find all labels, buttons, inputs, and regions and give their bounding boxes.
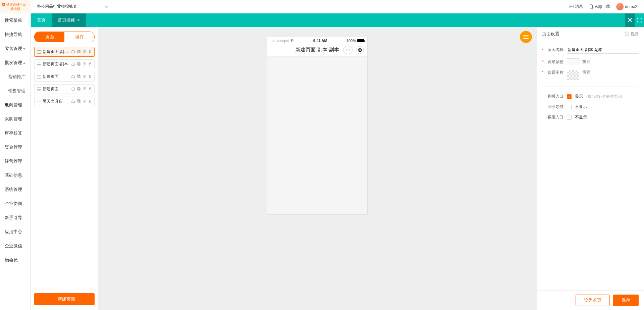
tab-editor[interactable]: 首页装修 ×	[52, 13, 86, 27]
page-row-4[interactable]: ☰昊天文具店	[34, 97, 95, 106]
sidebar-subitem-3-1[interactable]: 销售管理	[0, 84, 31, 98]
bg-color-reset[interactable]: 重置	[582, 59, 590, 65]
copy-icon[interactable]	[76, 99, 81, 104]
page-row-0[interactable]: ☰新建页面-副本-...	[34, 47, 95, 57]
sidebar-item-4[interactable]: 电商管理	[0, 98, 31, 112]
sidebar-item-9[interactable]: 基础信息	[0, 168, 31, 183]
status-bar: chanjet 9:41 AM 100%	[267, 37, 367, 43]
sidebar-item-label: 应用中心	[5, 229, 22, 235]
delete-icon[interactable]	[82, 62, 87, 67]
delete-icon[interactable]	[82, 99, 87, 104]
page-row-3[interactable]: ☰新建页面	[34, 84, 95, 94]
copy-icon[interactable]	[76, 74, 81, 79]
tab-home[interactable]: 首页	[31, 13, 52, 27]
user-menu[interactable]: demo2	[616, 3, 637, 10]
chevron-down-icon	[104, 4, 109, 9]
account-dropdown[interactable]: 办公用品行业模拟账套	[37, 4, 109, 9]
set-home-button[interactable]: 设为首页	[576, 295, 610, 306]
sidebar-item-0[interactable]: 搜索菜单	[0, 13, 31, 28]
messages-link[interactable]: 消息	[569, 4, 583, 9]
sidebar-item-8[interactable]: 经营管理	[0, 154, 31, 168]
play-icon	[625, 32, 629, 36]
drag-handle-icon[interactable]: ☰	[37, 99, 41, 104]
sidebar-item-15[interactable]: 畅会员	[0, 253, 31, 267]
copy-icon[interactable]	[76, 87, 81, 92]
close-mini-button[interactable]	[356, 46, 364, 54]
tab-close-all-button[interactable]	[625, 13, 635, 27]
divider	[542, 87, 639, 87]
sidebar-item-label: 系统管理	[5, 187, 22, 193]
sidebar-item-3[interactable]: 批发管理▲	[0, 56, 31, 70]
home-icon[interactable]	[71, 62, 75, 67]
sidebar-item-label: 零售管理	[5, 46, 22, 52]
phone-header: 新建页面-副本-副本	[267, 43, 367, 57]
menu-fab[interactable]	[520, 31, 532, 43]
home-icon[interactable]	[71, 99, 75, 104]
phone-body[interactable]	[267, 57, 367, 214]
sidebar-item-10[interactable]: 系统管理	[0, 183, 31, 197]
drag-handle-icon[interactable]: ☰	[37, 87, 41, 92]
bg-image-reset[interactable]: 重置	[582, 70, 590, 75]
page-row-2[interactable]: ☰新建页面	[34, 72, 95, 82]
wifi-icon	[290, 39, 294, 42]
page-row-name: 新建页面-副本-...	[43, 49, 69, 55]
battery-icon	[357, 39, 364, 42]
sidebar-item-label: 批发管理	[5, 60, 22, 66]
service-entry-checkbox[interactable]	[567, 115, 572, 120]
bottom-nav-checkbox[interactable]	[567, 105, 572, 109]
home-icon[interactable]	[71, 74, 75, 79]
share-icon[interactable]	[88, 74, 92, 79]
share-icon[interactable]	[88, 62, 92, 67]
home-icon[interactable]	[71, 87, 75, 92]
copy-icon[interactable]	[76, 62, 81, 67]
brand-logo: 畅捷通好生意 标准版	[0, 0, 31, 13]
save-button[interactable]: 保存	[613, 295, 639, 306]
sidebar-item-2[interactable]: 零售管理▼	[0, 42, 31, 56]
share-icon[interactable]	[88, 87, 92, 92]
drag-handle-icon[interactable]: ☰	[37, 74, 41, 80]
more-button[interactable]	[343, 46, 353, 54]
app-download-link[interactable]: App下载	[589, 4, 610, 9]
fullscreen-button[interactable]	[635, 13, 644, 27]
page-row-name: 新建页面	[43, 86, 69, 92]
sidebar-item-14[interactable]: 企业微信	[0, 239, 31, 253]
segment-control: 页面 组件	[34, 32, 95, 42]
share-icon[interactable]	[88, 99, 92, 104]
bg-color-swatch[interactable]	[567, 58, 579, 65]
video-help-link[interactable]: 视频	[625, 31, 639, 37]
sidebar-item-label: 采购管理	[5, 116, 22, 122]
copy-icon[interactable]	[76, 49, 81, 54]
sidebar-item-7[interactable]: 资金管理	[0, 140, 31, 154]
sidebar-item-1[interactable]: 快捷导航	[0, 28, 31, 42]
new-page-button[interactable]: + 新建页面	[34, 293, 95, 305]
bg-image-swatch[interactable]	[567, 70, 579, 80]
segment-pages[interactable]: 页面	[35, 32, 64, 42]
sidebar-item-5[interactable]: 采购管理	[0, 112, 31, 126]
required-marker: *	[542, 70, 544, 74]
delete-icon[interactable]	[82, 74, 87, 79]
sidebar-item-13[interactable]: 应用中心	[0, 225, 31, 239]
sidebar-item-11[interactable]: 企业协同	[0, 197, 31, 211]
sidebar-item-6[interactable]: 库存核算	[0, 126, 31, 140]
live-entry-checkbox[interactable]: ✓	[567, 94, 572, 99]
delete-icon[interactable]	[82, 49, 87, 54]
svg-point-3	[570, 6, 571, 7]
sidebar-subitem-3-0[interactable]: 营销推广	[0, 70, 31, 84]
close-icon[interactable]: ×	[77, 17, 80, 23]
bg-image-label: 背景图片	[547, 70, 564, 75]
share-icon[interactable]	[88, 49, 92, 54]
svg-rect-16	[77, 100, 79, 102]
page-name-input[interactable]	[567, 46, 639, 54]
carrier-label: chanjet	[277, 39, 288, 43]
drag-handle-icon[interactable]: ☰	[37, 62, 41, 67]
sidebar-item-12[interactable]: 新手引导	[0, 211, 31, 225]
live-entry-option: 显示	[575, 94, 583, 99]
delete-icon[interactable]	[82, 87, 87, 92]
sidebar-item-label: 搜索菜单	[5, 17, 22, 23]
segment-components[interactable]: 组件	[64, 32, 94, 42]
home-icon[interactable]	[71, 49, 75, 54]
svg-rect-12	[77, 75, 79, 77]
drag-handle-icon[interactable]: ☰	[37, 49, 41, 55]
page-row-1[interactable]: ☰新建页面-副本	[34, 59, 95, 69]
bottom-nav-label: 底部导航	[547, 104, 564, 110]
